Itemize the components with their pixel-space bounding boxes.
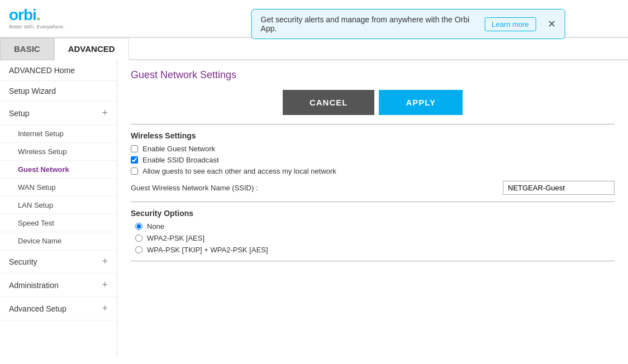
sidebar-sub-internet-setup[interactable]: Internet Setup xyxy=(0,125,117,143)
bottom-divider xyxy=(131,261,615,261)
banner-close-button[interactable]: ✕ xyxy=(548,18,556,30)
enable-guest-network-label: Enable Guest Network xyxy=(142,145,215,153)
security-radio-wpa-psk[interactable] xyxy=(135,246,142,253)
sidebar-item-administration[interactable]: Administration + xyxy=(0,274,117,297)
advanced-setup-expand-icon: + xyxy=(102,303,108,314)
ssid-input[interactable] xyxy=(503,181,615,195)
action-bar: CANCEL APPLY xyxy=(131,90,615,115)
notification-banner: Get security alerts and manage from anyw… xyxy=(251,9,565,39)
security-none-label: None xyxy=(147,222,164,231)
sidebar-sub-lan-setup[interactable]: LAN Setup xyxy=(0,197,117,214)
security-option-wpa2-row: WPA2-PSK [AES] xyxy=(135,234,615,242)
page-title: Guest Network Settings xyxy=(131,69,615,81)
sidebar-item-security[interactable]: Security + xyxy=(0,250,117,274)
sidebar-sub-guest-network[interactable]: Guest Network xyxy=(0,161,117,179)
mid-divider xyxy=(131,202,615,202)
allow-guests-row: Allow guests to see each other and acces… xyxy=(131,167,615,175)
main-content: Guest Network Settings CANCEL APPLY Wire… xyxy=(117,60,628,357)
ssid-row: Guest Wireless Network Name (SSID) : xyxy=(131,181,615,195)
enable-ssid-broadcast-label: Enable SSID Broadcast xyxy=(142,156,219,164)
security-options-title: Security Options xyxy=(131,209,615,218)
ssid-label: Guest Wireless Network Name (SSID) : xyxy=(131,184,503,192)
allow-guests-label: Allow guests to see each other and acces… xyxy=(142,167,336,175)
logo-tagline: Better WiFi. Everywhere. xyxy=(9,24,65,30)
apply-button[interactable]: APPLY xyxy=(379,90,463,115)
security-wpa2-label: WPA2-PSK [AES] xyxy=(147,234,204,242)
tab-advanced[interactable]: ADVANCED xyxy=(54,38,129,60)
enable-guest-network-row: Enable Guest Network xyxy=(131,145,615,153)
sidebar-sub-speed-test[interactable]: Speed Test xyxy=(0,214,117,232)
enable-ssid-broadcast-checkbox[interactable] xyxy=(131,156,138,164)
cancel-button[interactable]: CANCEL xyxy=(283,90,375,115)
logo-text: orbi. xyxy=(9,7,40,23)
sidebar-item-advanced-setup[interactable]: Advanced Setup + xyxy=(0,297,117,320)
banner-text: Get security alerts and manage from anyw… xyxy=(261,15,476,33)
sidebar-item-setup[interactable]: Setup + xyxy=(0,102,117,125)
security-expand-icon: + xyxy=(102,256,108,267)
allow-guests-checkbox[interactable] xyxy=(131,167,138,175)
sidebar-sub-wireless-setup[interactable]: Wireless Setup xyxy=(0,143,117,161)
top-divider xyxy=(131,124,615,124)
security-radio-none[interactable] xyxy=(135,223,142,230)
header: orbi. Better WiFi. Everywhere. Get secur… xyxy=(0,0,628,38)
setup-expand-icon: + xyxy=(102,107,108,119)
learn-more-button[interactable]: Learn more xyxy=(484,17,536,31)
tab-bar: BASIC ADVANCED xyxy=(0,38,628,60)
sidebar-sub-wan-setup[interactable]: WAN Setup xyxy=(0,179,117,197)
wireless-settings-title: Wireless Settings xyxy=(131,131,615,140)
logo: orbi. Better WiFi. Everywhere. xyxy=(9,7,65,30)
enable-guest-network-checkbox[interactable] xyxy=(131,145,138,152)
administration-expand-icon: + xyxy=(102,279,108,291)
main-layout: ADVANCED Home Setup Wizard Setup + Inter… xyxy=(0,60,628,357)
sidebar-item-setup-wizard[interactable]: Setup Wizard xyxy=(0,81,117,102)
security-radio-wpa2[interactable] xyxy=(135,234,142,242)
enable-ssid-broadcast-row: Enable SSID Broadcast xyxy=(131,156,615,164)
security-wpa-psk-label: WPA-PSK [TKIP] + WPA2-PSK [AES] xyxy=(147,246,268,254)
security-option-wpa-psk-row: WPA-PSK [TKIP] + WPA2-PSK [AES] xyxy=(135,246,615,254)
sidebar-sub-device-name[interactable]: Device Name xyxy=(0,232,117,250)
sidebar-item-advanced-home[interactable]: ADVANCED Home xyxy=(0,60,117,81)
security-option-none-row: None xyxy=(135,222,615,231)
tab-basic[interactable]: BASIC xyxy=(0,38,54,60)
sidebar: ADVANCED Home Setup Wizard Setup + Inter… xyxy=(0,60,117,357)
